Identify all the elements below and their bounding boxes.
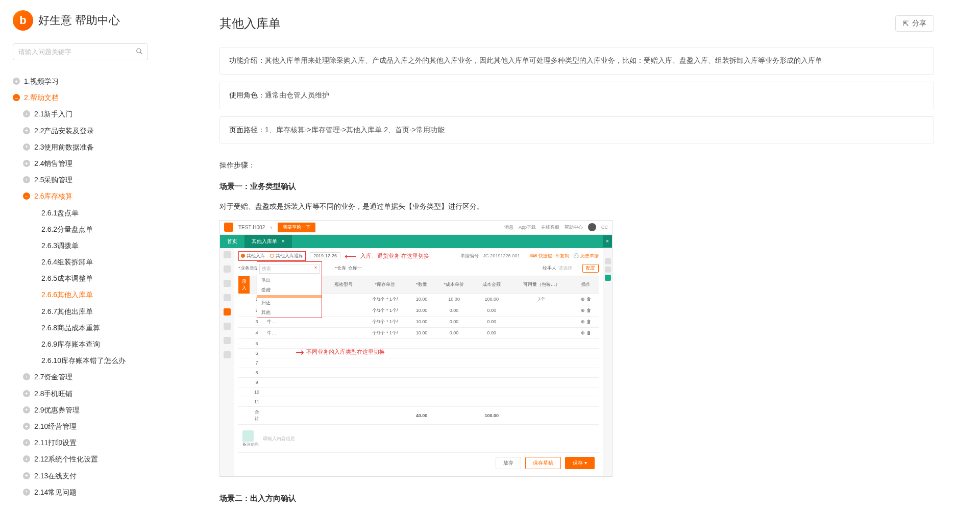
table-row: 9 — [238, 377, 599, 387]
info-text: 通常由仓管人员维护 — [265, 91, 329, 99]
mock-link: 帮助中心 — [565, 224, 583, 231]
nav-item-docs[interactable]: –2.帮助文档 — [13, 89, 148, 106]
nav-item-2-6-6[interactable]: 2.6.6其他入库单 — [13, 286, 148, 303]
scene2-title: 场景二：出入方向确认 — [219, 491, 934, 505]
mock-logo-icon — [224, 223, 233, 232]
search-icon[interactable] — [136, 47, 143, 56]
nav-label: 2.6.3调拨单 — [41, 241, 79, 250]
nav-label: 2.3使用前数据准备 — [34, 139, 94, 155]
info-box-role: 使用角色：通常由仓管人员维护 — [219, 82, 934, 109]
plus-icon: + — [23, 439, 30, 446]
dd-item: 借出 — [257, 276, 322, 285]
nav-item-2-6-5[interactable]: 2.6.5成本调整单 — [13, 270, 148, 286]
nav-item-2-9[interactable]: +2.9优惠券管理 — [13, 402, 148, 418]
search-box — [13, 43, 148, 60]
nav-item-2-14[interactable]: +2.14常见问题 — [13, 484, 148, 500]
nav-item-2-13[interactable]: +2.13在线支付 — [13, 468, 148, 484]
mock-remark-row: 备注信息 请输入内容信息 — [238, 425, 599, 452]
nav-item-2-6-1[interactable]: 2.6.1盘点单 — [13, 205, 148, 221]
nav-label: 1.视频学习 — [24, 73, 59, 89]
mock-field-value: 仓库一 — [348, 265, 362, 272]
mock-field-label: 经手人 — [543, 265, 556, 272]
share-label: 分享 — [912, 19, 926, 28]
nav-label: 2.4销售管理 — [34, 155, 72, 172]
mock-config-button: 配置 — [582, 264, 599, 273]
plus-icon: + — [13, 78, 20, 85]
mock-field-label: *业务类型 — [238, 265, 259, 272]
article-body: 操作步骤： 场景一：业务类型确认 对于受赠、盘盈或是拆装入库等不同的业务，是通过… — [219, 159, 934, 510]
th: 成本金额 — [474, 276, 510, 294]
nav-item-2-6[interactable]: –2.6库存核算 — [13, 188, 148, 204]
plus-icon: + — [23, 176, 30, 183]
nav-item-2-4[interactable]: +2.4销售管理 — [13, 155, 148, 172]
nav-item-2-11[interactable]: +2.11打印设置 — [13, 434, 148, 451]
brand-name: 好生意 — [38, 14, 72, 27]
mock-save-button: 保存 ▾ — [565, 457, 595, 469]
nav-item-2-6-7[interactable]: 2.6.7其他出库单 — [13, 303, 148, 320]
plus-icon: + — [23, 390, 30, 397]
mock-link: App下载 — [519, 224, 536, 231]
mock-docno-label: 单据编号 — [460, 253, 479, 259]
mock-promo-button: 我要享购一下 — [278, 223, 315, 232]
page-title: 其他入库单 — [219, 15, 281, 32]
info-label: 使用角色： — [229, 91, 265, 99]
nav-item-video[interactable]: +1.视频学习 — [13, 73, 148, 89]
avatar-icon — [588, 223, 596, 231]
nav-label: 2.6.2分量盘点单 — [41, 225, 93, 233]
plus-icon: + — [23, 455, 30, 463]
minus-icon: – — [23, 192, 30, 200]
th: *数量 — [408, 276, 434, 294]
nav-item-2-6-8[interactable]: 2.6.8商品成本重算 — [13, 320, 148, 336]
nav-label: 2.13在线支付 — [34, 468, 77, 484]
plus-icon: + — [23, 423, 30, 430]
info-box-intro: 功能介绍：其他入库单用来处理除采购入库、产成品入库之外的其他入库业务，因此其他入… — [219, 47, 934, 75]
nav-item-2-5[interactable]: +2.5采购管理 — [13, 172, 148, 188]
th: 规格型号 — [325, 276, 361, 294]
nav-item-2-6-9[interactable]: 2.6.9库存账本查询 — [13, 336, 148, 352]
mock-link: 消息 — [504, 224, 513, 231]
share-button[interactable]: ⇱ 分享 — [895, 15, 934, 32]
nav-item-2-12[interactable]: +2.12系统个性化设置 — [13, 451, 148, 467]
arrow-icon: ⟵ — [345, 251, 356, 261]
nav-label: 2.6.9库存账本查询 — [41, 340, 100, 348]
nav-item-2-6-10[interactable]: 2.6.10库存账本错了怎么办 — [13, 352, 148, 369]
nav-item-2-3[interactable]: +2.3使用前数据准备 — [13, 139, 148, 155]
mock-cancel-button: 放弃 — [496, 457, 521, 469]
nav-item-2-6-2[interactable]: 2.6.2分量盘点单 — [13, 221, 148, 237]
nav-item-2-8[interactable]: +2.8手机旺铺 — [13, 385, 148, 402]
mock-rightbar — [603, 248, 612, 476]
info-label: 功能介绍： — [229, 56, 265, 64]
table-row: 11 — [238, 397, 599, 406]
nav-item-2-2[interactable]: +2.2产品安装及登录 — [13, 123, 148, 139]
remark-icon — [242, 430, 254, 442]
nav-item-2-7[interactable]: +2.7资金管理 — [13, 369, 148, 385]
mock-tab-home: 首页 — [220, 235, 244, 248]
nav-item-2-6-3[interactable]: 2.6.3调拨单 — [13, 237, 148, 254]
nav-label: 2.14常见问题 — [34, 484, 77, 500]
table-total: 合计40.00100.00 — [238, 406, 599, 424]
nav-label: 2.8手机旺铺 — [34, 385, 72, 402]
nav-label: 2.6.1盘点单 — [41, 209, 79, 217]
scene1-desc: 对于受赠、盘盈或是拆装入库等不同的业务，是通过单据头【业务类型】进行区分。 — [219, 200, 934, 213]
info-text: 其他入库单用来处理除采购入库、产成品入库之外的其他入库业务，因此其他入库单可处理… — [265, 56, 822, 64]
brand: b 好生意 帮助中心 — [13, 10, 148, 31]
nav-label: 2.6.6其他入库单 — [41, 290, 93, 299]
nav-item-2-6-4[interactable]: 2.6.4组装拆卸单 — [13, 254, 148, 270]
nav-label: 2.10经营管理 — [34, 418, 77, 434]
mock-link: 在线客服 — [541, 224, 559, 231]
mock-topbar: TEST-H002 ▾ 我要享购一下 消息 App下载 在线客服 帮助中心 CC — [220, 221, 612, 235]
nav-label: 2.5采购管理 — [34, 172, 72, 188]
nav-item-2-1[interactable]: +2.1新手入门 — [13, 106, 148, 122]
mock-draft-button: 保存草稿 — [525, 457, 561, 469]
nav-label: 2.11打印设置 — [34, 434, 77, 451]
nav-item-2-10[interactable]: +2.10经营管理 — [13, 418, 148, 434]
nav-label: 2.6.7其他出库单 — [41, 307, 93, 315]
nav-label: 2.9优惠券管理 — [34, 402, 80, 418]
screenshot-mock: TEST-H002 ▾ 我要享购一下 消息 App下载 在线客服 帮助中心 CC… — [219, 220, 612, 477]
dd-search-placeholder: 搜索 — [262, 266, 271, 271]
info-text: 1、库存核算->库存管理->其他入库单 2、首页->常用功能 — [265, 126, 445, 134]
search-input[interactable] — [13, 43, 148, 60]
mock-tool: 快捷键 — [538, 253, 552, 258]
mock-footer: 放弃 保存草稿 保存 ▾ — [238, 452, 599, 473]
plus-icon: + — [23, 143, 30, 151]
